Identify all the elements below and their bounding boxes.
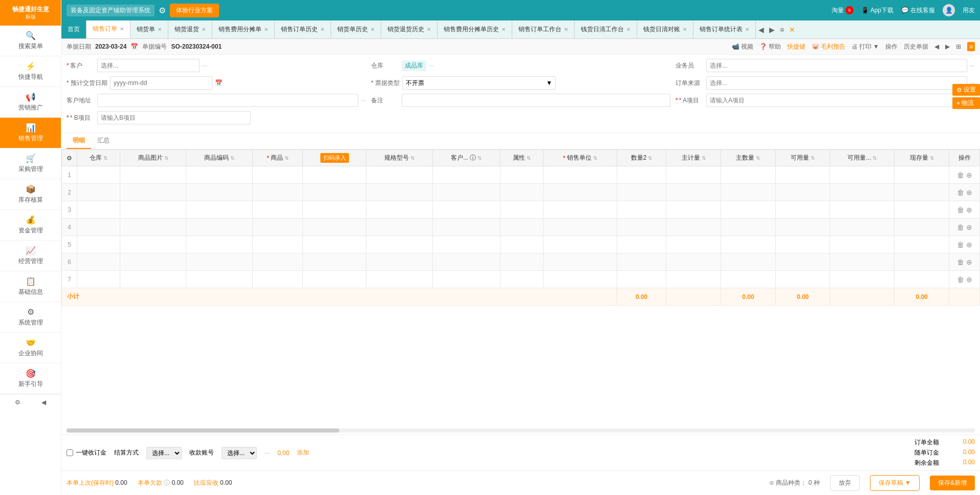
row-2-warehouse[interactable] — [77, 184, 120, 201]
tab-close-sales-order[interactable]: ✕ — [120, 26, 124, 32]
row-1-copy-icon[interactable]: ⊕ — [966, 171, 972, 179]
row-2-attr[interactable] — [500, 184, 543, 201]
customer-input[interactable] — [97, 59, 200, 72]
profit-btn[interactable]: 🐷 毛利预告 — [812, 42, 845, 51]
row-7-product-code[interactable] — [186, 271, 253, 288]
col-spec[interactable]: 规格型号 ⇅ — [366, 150, 433, 166]
col-main-unit[interactable]: 主计量 ⇅ — [666, 150, 721, 166]
bottom-more-icon[interactable]: ··· — [265, 449, 270, 457]
row-1-attr[interactable] — [500, 166, 543, 184]
settle-select[interactable]: 选择... — [146, 447, 182, 459]
row-5-customer-code[interactable] — [432, 236, 500, 253]
tab-close-reconciliation[interactable]: ✕ — [683, 27, 687, 32]
row-3-available2[interactable] — [830, 201, 895, 219]
notes-input[interactable] — [402, 94, 670, 107]
row-3-unit[interactable] — [543, 201, 617, 219]
row-3-product[interactable] — [252, 201, 302, 219]
tab-detail[interactable]: 明细 — [67, 133, 91, 149]
settings-button[interactable]: ⚙ 设置 — [952, 84, 980, 96]
row-6-product-img[interactable] — [120, 253, 186, 271]
row-1-product-code[interactable] — [186, 166, 253, 184]
sidebar-item-finance[interactable]: 💰 资金管理 — [0, 210, 61, 241]
tab-close-all-btn[interactable]: ✕ — [787, 26, 798, 34]
row-7-qty2[interactable] — [617, 271, 666, 288]
row-3-copy-icon[interactable]: ⊕ — [966, 206, 972, 214]
row-2-product[interactable] — [252, 184, 302, 201]
row-7-attr[interactable] — [500, 271, 543, 288]
row-4-copy-icon[interactable]: ⊕ — [966, 223, 972, 231]
row-5-delete-icon[interactable]: 🗑 — [957, 241, 964, 249]
sidebar-item-guide[interactable]: 🎯 新手引导 — [0, 363, 61, 394]
row-6-available[interactable] — [775, 253, 830, 271]
customer-more-icon[interactable]: ··· — [202, 62, 207, 69]
row-1-qty2[interactable] — [617, 166, 666, 184]
tab-close-stats[interactable]: ✕ — [745, 27, 749, 32]
one-click-label[interactable]: 一键收订金 — [67, 448, 106, 457]
sidebar-item-purchase[interactable]: 🛒 采购管理 — [0, 148, 61, 179]
col-settings[interactable]: ⚙ — [62, 150, 77, 166]
sidebar-item-enterprise[interactable]: 🤝 企业协同 — [0, 333, 61, 363]
row-5-copy-icon[interactable]: ⊕ — [966, 241, 972, 249]
scrollbar-thumb[interactable] — [67, 428, 339, 433]
col-customer-code[interactable]: 客户... ⓘ ⇅ — [432, 150, 500, 166]
row-6-unit[interactable] — [543, 253, 617, 271]
row-4-customer-code[interactable] — [432, 219, 500, 236]
salesperson-input[interactable] — [706, 59, 967, 72]
col-available[interactable]: 可用量 ⇅ — [775, 150, 830, 166]
save-new-button[interactable]: 保存&新增 — [930, 476, 975, 490]
tab-invoice-history[interactable]: 销货单历史 ✕ — [331, 20, 381, 39]
sidebar-item-quick-nav[interactable]: ⚡ 快捷导航 — [0, 56, 61, 87]
scan-button[interactable]: 扫码录入 — [320, 153, 349, 163]
add-button[interactable]: 添加 — [297, 448, 309, 457]
row-5-qty2[interactable] — [617, 236, 666, 253]
row-2-available2[interactable] — [830, 184, 895, 201]
col-product[interactable]: * 商品 ⇅ — [252, 150, 302, 166]
tab-close-invoice[interactable]: ✕ — [158, 27, 162, 32]
row-7-copy-icon[interactable]: ⊕ — [966, 275, 972, 284]
row-1-available2[interactable] — [830, 166, 895, 184]
warehouse-more-icon[interactable]: ··· — [429, 62, 434, 69]
col-available2[interactable]: 可用量... ⇅ — [830, 150, 895, 166]
sidebar-item-search[interactable]: 🔍 搜索菜单 — [0, 26, 61, 56]
col-warehouse[interactable]: 仓库 ⇅ — [77, 150, 120, 166]
row-2-stock[interactable] — [895, 184, 949, 201]
row-6-warehouse[interactable] — [77, 253, 120, 271]
order-source-input[interactable] — [706, 76, 967, 90]
tab-fee-split[interactable]: 销售费用分摊单 ✕ — [212, 20, 275, 39]
row-6-spec[interactable] — [366, 253, 433, 271]
sidebar-item-basic-info[interactable]: 📋 基础信息 — [0, 271, 61, 302]
row-5-stock[interactable] — [895, 236, 949, 253]
tab-stats[interactable]: 销售订单统计表 ✕ — [693, 20, 756, 39]
horizontal-scrollbar[interactable] — [67, 428, 975, 433]
row-2-spec[interactable] — [366, 184, 433, 201]
tab-close-fee-split[interactable]: ✕ — [264, 27, 268, 32]
row-1-product[interactable] — [252, 166, 302, 184]
tab-close-return[interactable]: ✕ — [202, 27, 206, 32]
shortcut-btn[interactable]: 快捷键 — [787, 42, 805, 51]
delivery-calendar-icon[interactable]: 📅 — [215, 79, 223, 87]
calendar-icon[interactable]: 📅 — [130, 43, 138, 50]
tab-reconciliation[interactable]: 钱货日清对账 ✕ — [637, 20, 693, 39]
col-qty2[interactable]: 数量2 ⇅ — [617, 150, 666, 166]
row-4-available[interactable] — [775, 219, 830, 236]
row-4-spec[interactable] — [366, 219, 433, 236]
row-4-available2[interactable] — [830, 219, 895, 236]
add-product-button[interactable]: + 物流 — [952, 97, 980, 109]
row-3-warehouse[interactable] — [77, 201, 120, 219]
row-5-product[interactable] — [252, 236, 302, 253]
tab-close-daily[interactable]: ✕ — [626, 27, 630, 32]
sidebar-collapse-icon[interactable]: ◀ — [41, 399, 46, 406]
row-4-delete-icon[interactable]: 🗑 — [957, 223, 964, 231]
nav-next-icon[interactable]: ▶ — [945, 43, 950, 50]
row-1-delete-icon[interactable]: 🗑 — [957, 171, 964, 179]
app-download-link[interactable]: 📱 App下载 — [861, 6, 894, 15]
tab-close-invoice-history[interactable]: ✕ — [371, 27, 375, 32]
row-4-attr[interactable] — [500, 219, 543, 236]
row-4-warehouse[interactable] — [77, 219, 120, 236]
row-5-warehouse[interactable] — [77, 236, 120, 253]
receipt-select[interactable]: 选择... — [222, 447, 257, 459]
row-3-delete-icon[interactable]: 🗑 — [957, 206, 964, 214]
tab-return-history[interactable]: 销货退货历史 ✕ — [381, 20, 438, 39]
tab-return[interactable]: 销货退货 ✕ — [168, 20, 212, 39]
row-6-delete-icon[interactable]: 🗑 — [957, 258, 964, 266]
